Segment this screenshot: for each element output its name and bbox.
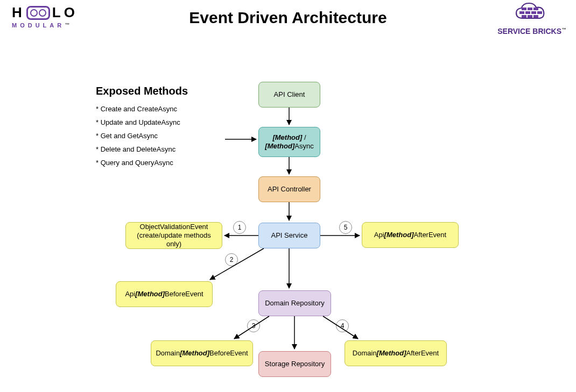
step-2: 2 xyxy=(225,253,238,266)
svg-line-18 xyxy=(210,248,264,280)
node-method-async: [Method] / [Method]Async xyxy=(258,127,320,157)
method-item: * Delete and DeleteAsync xyxy=(96,145,188,153)
node-domain-before: Domain[Method]BeforeEvent xyxy=(151,340,253,366)
method-item: * Create and CreateAsync xyxy=(96,105,188,113)
method-item: * Query and QueryAsync xyxy=(96,159,188,167)
node-api-before: Api[Method]BeforeEvent xyxy=(116,281,213,307)
step-3: 3 xyxy=(247,319,260,332)
method-item: * Get and GetAsync xyxy=(96,132,188,140)
node-object-validation: ObjectValidationEvent (create/update met… xyxy=(125,222,222,249)
step-5: 5 xyxy=(339,221,352,234)
node-api-after: Api[Method]AfterEvent xyxy=(362,222,459,248)
node-api-controller: API Controller xyxy=(258,176,320,202)
diagram-title: Event Driven Architecture xyxy=(0,9,576,27)
node-api-service: API Service xyxy=(258,223,320,248)
node-domain-after: Domain[Method]AfterEvent xyxy=(345,340,447,366)
exposed-methods-heading: Exposed Methods xyxy=(96,85,188,97)
method-item: * Update and UpdateAsync xyxy=(96,118,188,126)
node-domain-repo: Domain Repository xyxy=(258,290,331,316)
step-4: 4 xyxy=(336,319,349,332)
exposed-methods-block: Exposed Methods * Create and CreateAsync… xyxy=(96,85,188,172)
node-api-client: API Client xyxy=(258,82,320,108)
step-1: 1 xyxy=(233,221,246,234)
node-storage-repo: Storage Repository xyxy=(258,351,331,377)
